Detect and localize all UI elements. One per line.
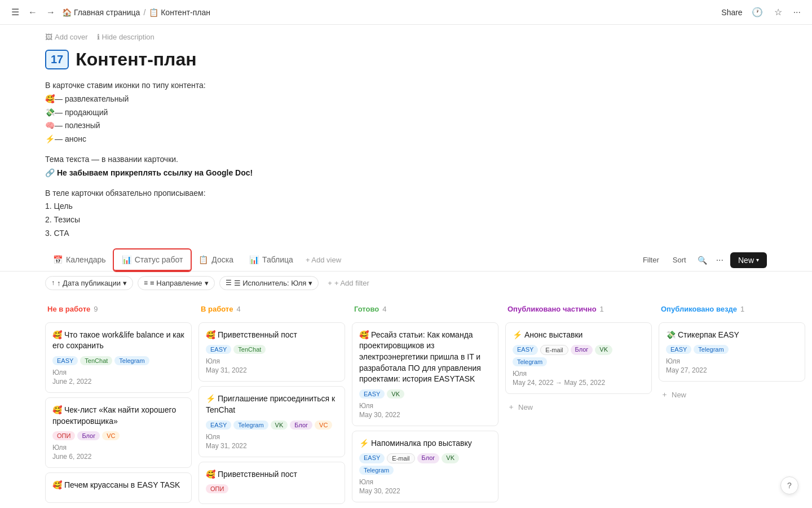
hide-description-button[interactable]: ℹ Hide description bbox=[97, 33, 155, 41]
card-title: 🥰Чек-лист «Как найти хорошего проектиров… bbox=[52, 405, 184, 427]
column-not-working: Не в работе9 🥰Что такое work&life balanc… bbox=[45, 301, 192, 508]
breadcrumb-sep: / bbox=[143, 8, 145, 17]
card-tags: ОПИБлогVC bbox=[52, 431, 184, 440]
person-icon: ☰ bbox=[226, 279, 232, 287]
card-tag: EASY bbox=[666, 345, 691, 354]
star-icon[interactable]: ☆ bbox=[772, 5, 784, 20]
card-author: Юля bbox=[666, 357, 798, 365]
calendar-tab-icon: 📅 bbox=[53, 255, 63, 264]
card[interactable]: 🥰Приветственный пост ОПИ bbox=[198, 462, 345, 505]
add-card-button-published[interactable]: ＋New bbox=[659, 386, 805, 403]
column-count: 4 bbox=[382, 305, 386, 313]
desc-useful: 🧠— полезный bbox=[45, 119, 767, 133]
column-header-published: Опубликовано везде1 bbox=[659, 301, 805, 318]
add-filter-button[interactable]: + + Add filter bbox=[323, 277, 373, 290]
column-published: Опубликовано везде1 💸Стикерпак EASY EASY… bbox=[659, 301, 805, 508]
plus-icon: + bbox=[328, 279, 332, 287]
card-tag: EASY bbox=[206, 421, 231, 430]
card-date: May 30, 2022 bbox=[359, 487, 491, 495]
card[interactable]: ⚡Анонс выставки EASYE-mailБлогVKTelegram… bbox=[505, 322, 652, 395]
desc-selling: 💸— продающий bbox=[45, 106, 767, 120]
card-date: May 31, 2022 bbox=[206, 366, 338, 374]
page-header: 🖼 Add cover ℹ Hide description 17 Контен… bbox=[0, 25, 812, 240]
card-tag: EASY bbox=[513, 345, 538, 355]
tab-table[interactable]: 📊 Таблица bbox=[241, 249, 301, 271]
date-filter-chip[interactable]: ↑ ↑ Дата публикации ▾ bbox=[45, 276, 133, 290]
card-title: 🥰Приветственный пост bbox=[206, 330, 338, 341]
add-cover-button[interactable]: 🖼 Add cover bbox=[45, 33, 88, 41]
card-date: May 27, 2022 bbox=[666, 366, 798, 374]
chevron-down-icon: ▾ bbox=[205, 279, 209, 287]
list-item-2: 2. Тезисы bbox=[45, 213, 767, 227]
card-tag: Блог bbox=[417, 453, 440, 463]
card-date: June 2, 2022 bbox=[52, 378, 184, 386]
search-button[interactable]: 🔍 bbox=[695, 253, 709, 267]
card-tags: ОПИ bbox=[206, 484, 338, 493]
back-icon[interactable]: ← bbox=[26, 5, 39, 20]
desc-body: В теле карточки обязательно прописываем: bbox=[45, 187, 767, 200]
breadcrumb-home[interactable]: 🏠 Главная страница bbox=[62, 8, 140, 17]
column-header-in-progress: В работе4 bbox=[198, 301, 345, 318]
forward-icon[interactable]: → bbox=[44, 5, 58, 20]
card-tag: Блог bbox=[77, 431, 100, 440]
card-tag: ОПИ bbox=[206, 484, 228, 493]
card[interactable]: 🥰Что такое work&life balance и как его с… bbox=[45, 322, 192, 393]
view-tabs: 📅 Календарь 📊 Статус работ 📋 Доска 📊 Таб… bbox=[45, 249, 346, 271]
card-emoji: 🥰 bbox=[359, 330, 369, 339]
view-actions: Filter Sort 🔍 ··· New ▾ bbox=[638, 252, 767, 268]
card-tag: Блог bbox=[571, 345, 593, 355]
card-tags: EASYTelegram bbox=[666, 345, 798, 354]
status-tab-icon: 📊 bbox=[122, 255, 131, 264]
plus-icon: ＋ bbox=[661, 389, 668, 400]
new-button[interactable]: New ▾ bbox=[730, 252, 767, 268]
plus-icon: ＋ bbox=[508, 402, 515, 412]
card-tag: Telegram bbox=[233, 421, 268, 430]
add-card-button-partial[interactable]: ＋New bbox=[505, 398, 652, 415]
view-tabs-row: 📅 Календарь 📊 Статус работ 📋 Доска 📊 Таб… bbox=[0, 249, 812, 271]
breadcrumb-current[interactable]: 📋 Контент-план bbox=[149, 8, 210, 17]
tab-board[interactable]: 📋 Доска bbox=[191, 249, 241, 271]
image-icon: 🖼 bbox=[45, 33, 52, 41]
card[interactable]: 🥰Чек-лист «Как найти хорошего проектиров… bbox=[45, 397, 192, 468]
list-item-3: 3. СТА bbox=[45, 227, 767, 240]
sort-button[interactable]: Sort bbox=[668, 253, 691, 266]
card-tag: Telegram bbox=[359, 466, 394, 475]
filter-button[interactable]: Filter bbox=[638, 253, 664, 266]
assignee-filter-chip[interactable]: ☰ ☰ Исполнитель: Юля ▾ bbox=[219, 276, 319, 290]
card-emoji: 🥰 bbox=[206, 330, 215, 339]
tab-calendar[interactable]: 📅 Календарь bbox=[45, 249, 114, 271]
card-author: Юля bbox=[52, 444, 184, 452]
more-options-icon[interactable]: ··· bbox=[791, 5, 803, 20]
share-button[interactable]: Share bbox=[721, 8, 742, 17]
filter-row: ↑ ↑ Дата публикации ▾ ≡ ≡ Направление ▾ … bbox=[0, 271, 812, 295]
direction-filter-chip[interactable]: ≡ ≡ Направление ▾ bbox=[138, 276, 214, 290]
menu-icon[interactable]: ☰ bbox=[9, 5, 21, 20]
card-date: May 31, 2022 bbox=[206, 442, 338, 450]
card-author: Юля bbox=[52, 369, 184, 376]
tab-status[interactable]: 📊 Статус работ bbox=[114, 249, 191, 271]
column-header-done: Готово4 bbox=[352, 301, 498, 318]
card-tags: EASYE-mailБлогVKTelegram bbox=[513, 345, 645, 366]
card[interactable]: 🥰Ресайз статьи: Как команда проектировщи… bbox=[352, 322, 498, 426]
card-date: May 24, 2022 → May 25, 2022 bbox=[513, 379, 645, 387]
card-title: 🥰Приветственный пост bbox=[206, 469, 338, 480]
card-title: 🥰Ресайз статьи: Как команда проектировщи… bbox=[359, 330, 491, 385]
card-tag: Telegram bbox=[694, 345, 728, 354]
history-icon[interactable]: 🕐 bbox=[749, 5, 765, 20]
column-count: 9 bbox=[94, 305, 98, 313]
card-title: 🥰Что такое work&life balance и как его с… bbox=[52, 330, 184, 352]
card[interactable]: 🥰Печем круассаны в EASY TASK bbox=[45, 472, 192, 503]
column-status: В работе bbox=[201, 305, 233, 313]
help-button[interactable]: ? bbox=[780, 476, 798, 494]
add-view-button[interactable]: + Add view bbox=[301, 250, 346, 270]
board-container: Не в работе9 🥰Что такое work&life balanc… bbox=[0, 295, 812, 508]
more-view-options-button[interactable]: ··· bbox=[714, 253, 726, 268]
card-emoji: ⚡ bbox=[206, 394, 215, 403]
card[interactable]: 💸Стикерпак EASY EASYTelegram Юля May 27,… bbox=[659, 322, 805, 382]
card[interactable]: ⚡Напоминалка про выставку EASYE-mailБлог… bbox=[352, 431, 498, 503]
card[interactable]: 🥰Приветственный пост EASYTenChat Юля May… bbox=[198, 322, 345, 382]
card[interactable]: ⚡Приглашение присоединиться к TenChat EA… bbox=[198, 386, 345, 457]
card-date: June 6, 2022 bbox=[52, 453, 184, 461]
card-tags: EASYTenChatTelegram bbox=[52, 356, 184, 365]
card-tag: TenChat bbox=[233, 345, 266, 354]
